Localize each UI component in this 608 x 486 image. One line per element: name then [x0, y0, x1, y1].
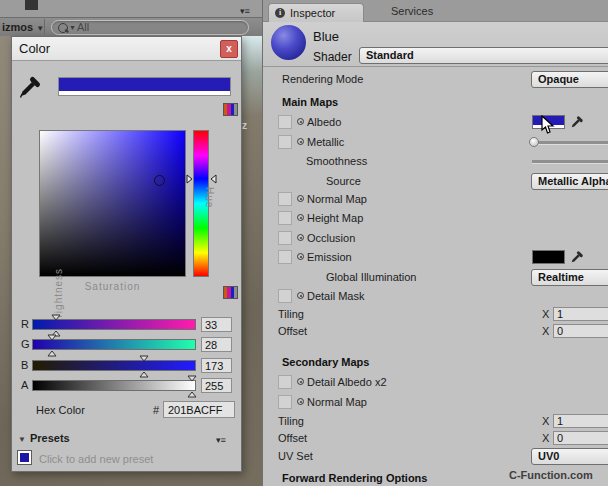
rendering-mode-dropdown[interactable]: Opaque	[531, 71, 608, 88]
alpha-strip	[59, 91, 230, 95]
row-uv-set: UV Set UV0	[263, 448, 608, 464]
texture-target-icon[interactable]	[297, 253, 304, 260]
scene-search-input[interactable]: ▼ All	[51, 20, 249, 35]
eyedropper-icon[interactable]	[570, 249, 585, 264]
property-label: Emission	[307, 249, 352, 265]
row-offset-secondary: Offset X	[263, 430, 608, 446]
row-metallic: Metallic	[263, 134, 608, 150]
eyedropper-icon[interactable]	[18, 73, 44, 99]
g-value-field[interactable]	[201, 337, 232, 352]
row-offset: Offset X	[263, 323, 608, 339]
hex-color-label: Hex Color	[36, 404, 85, 416]
metallic-slider[interactable]	[532, 141, 608, 145]
smoothness-slider[interactable]	[532, 160, 608, 164]
section-secondary-maps: Secondary Maps	[263, 354, 608, 370]
close-button[interactable]: x	[220, 40, 238, 58]
texture-target-icon[interactable]	[297, 214, 304, 221]
texture-slot[interactable]	[278, 192, 292, 206]
chevron-down-icon: ▼	[36, 24, 44, 33]
add-preset-swatch[interactable]	[17, 450, 32, 465]
shader-dropdown[interactable]: Standard	[359, 47, 608, 64]
add-preset-hint[interactable]: Click to add new preset	[39, 453, 153, 465]
channel-label: G	[21, 338, 30, 350]
tab-inspector[interactable]: i Inspector	[268, 3, 364, 22]
texture-target-icon[interactable]	[297, 118, 304, 125]
tab-services[interactable]: Services	[391, 5, 433, 17]
saturation-brightness-box[interactable]: Brightness	[39, 130, 186, 277]
presets-menu-icon[interactable]: ▾≡	[216, 435, 226, 445]
hue-handle-right-icon[interactable]	[210, 174, 217, 184]
eyedropper-icon[interactable]	[570, 114, 585, 129]
texture-slot[interactable]	[278, 231, 292, 245]
saturation-axis-label: Saturation	[39, 281, 186, 292]
search-filter-caret-icon: ▼	[69, 24, 76, 31]
foldout-triangle-icon: ▼	[18, 435, 26, 444]
texture-target-icon[interactable]	[297, 398, 304, 405]
property-label: Detail Mask	[307, 288, 364, 304]
panel-menu-icon[interactable]: ▾≡	[240, 6, 250, 16]
a-value-field[interactable]	[201, 378, 232, 393]
property-label: Rendering Mode	[282, 71, 363, 87]
slider-handle[interactable]	[187, 375, 197, 398]
slider-handle[interactable]	[139, 355, 149, 378]
texture-target-icon[interactable]	[297, 138, 304, 145]
texture-target-icon[interactable]	[297, 195, 304, 202]
source-dropdown[interactable]: Metallic Alpha	[531, 173, 608, 190]
inspector-panel: i Inspector Services Blue Shader Standar…	[262, 0, 608, 486]
offset-x-field[interactable]	[553, 324, 608, 338]
row-tiling: Tiling X	[263, 306, 608, 322]
b-value-field[interactable]	[201, 358, 232, 373]
texture-slot[interactable]	[278, 135, 292, 149]
property-label: Albedo	[307, 114, 341, 130]
axis-label: X	[542, 413, 549, 429]
toolbar-divider	[44, 19, 45, 34]
r-value-field[interactable]	[201, 317, 232, 332]
property-label: Source	[326, 173, 361, 189]
color-mode-icon[interactable]	[223, 286, 238, 299]
tab-label: Inspector	[290, 7, 335, 19]
color-window-titlebar[interactable]: Color x	[12, 37, 241, 61]
row-global-illumination: Global Illumination Realtime	[263, 269, 608, 285]
hue-handle-left-icon[interactable]	[186, 174, 193, 184]
texture-slot[interactable]	[278, 395, 292, 409]
gizmos-dropdown[interactable]: izmos ▼	[2, 21, 44, 33]
texture-slot[interactable]	[278, 375, 292, 389]
global-illumination-dropdown[interactable]: Realtime	[531, 269, 608, 286]
texture-slot[interactable]	[278, 289, 292, 303]
row-height-map: Height Map	[263, 210, 608, 226]
channel-row-g: G	[12, 337, 243, 355]
a-slider[interactable]	[32, 380, 196, 391]
texture-target-icon[interactable]	[297, 292, 304, 299]
axis-label: X	[542, 430, 549, 446]
color-mode-icon[interactable]	[223, 103, 238, 116]
texture-slot[interactable]	[278, 250, 292, 264]
color-cursor-ring[interactable]	[154, 175, 165, 186]
texture-target-icon[interactable]	[297, 234, 304, 241]
row-albedo: Albedo	[263, 114, 608, 130]
tiling2-x-field[interactable]	[553, 414, 608, 428]
tiling-x-field[interactable]	[553, 307, 608, 321]
z-axis-label: z	[242, 120, 247, 131]
current-color-preview	[58, 77, 231, 96]
property-label: Offset	[278, 430, 307, 446]
presets-foldout[interactable]: ▼Presets	[18, 432, 70, 444]
slider-handle[interactable]	[47, 334, 57, 357]
info-icon: i	[275, 8, 285, 18]
section-main-maps: Main Maps	[263, 94, 608, 110]
emission-color-swatch[interactable]	[532, 250, 565, 264]
search-icon	[58, 23, 68, 33]
texture-slot[interactable]	[278, 115, 292, 129]
uv-set-dropdown[interactable]: UV0	[531, 448, 608, 465]
watermark-text: C-Function.com	[509, 469, 593, 481]
metallic-slider-knob[interactable]	[529, 137, 539, 147]
texture-slot[interactable]	[278, 211, 292, 225]
texture-target-icon[interactable]	[297, 378, 304, 385]
g-slider[interactable]	[32, 339, 196, 350]
b-slider[interactable]	[32, 360, 196, 371]
r-slider[interactable]	[32, 319, 196, 330]
offset2-x-field[interactable]	[553, 431, 608, 445]
mouse-cursor-icon	[541, 115, 555, 135]
hex-color-field[interactable]	[163, 401, 235, 418]
channel-row-a: A	[12, 378, 243, 396]
property-label: UV Set	[278, 448, 313, 464]
